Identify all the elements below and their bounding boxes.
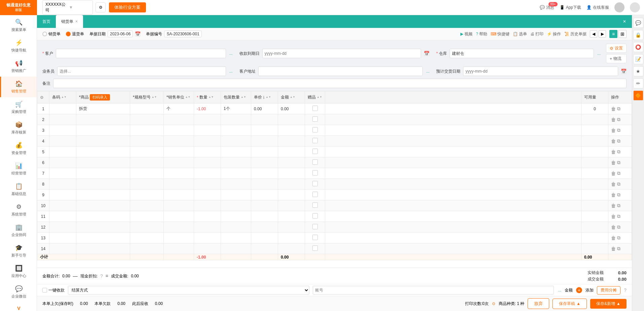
tab-home[interactable]: 首页: [37, 15, 56, 28]
messages-button[interactable]: 💬 消息 99+: [540, 5, 554, 10]
row-product[interactable]: [76, 114, 130, 125]
tab-sales-order[interactable]: 销货单 ×: [56, 15, 83, 28]
barcode-input[interactable]: [52, 182, 73, 187]
row-unit-price[interactable]: [251, 233, 278, 243]
row-gift[interactable]: [305, 157, 325, 168]
row-barcode[interactable]: [49, 125, 76, 136]
sidebar-item-wechat[interactable]: 💬 企业微信: [0, 282, 37, 302]
row-unit-price[interactable]: 0.00: [251, 104, 278, 114]
row-copy-icon[interactable]: ⧉: [617, 138, 620, 144]
shortcut-btn[interactable]: ⌨ 快捷键: [491, 31, 509, 37]
account-dots-icon[interactable]: ...: [558, 288, 561, 293]
gift-checkbox[interactable]: [312, 202, 318, 208]
expense-button[interactable]: 费用分摊: [597, 286, 620, 295]
company-selector[interactable]: XXXXXX公司 ▼: [42, 0, 93, 15]
row-quantity[interactable]: [194, 243, 221, 254]
barcode-input[interactable]: [52, 139, 73, 144]
due-date-input[interactable]: [262, 49, 421, 58]
avatar2[interactable]: [630, 2, 640, 12]
row-product[interactable]: [76, 200, 130, 211]
barcode-input[interactable]: [52, 128, 73, 133]
row-delete-icon[interactable]: 🗑: [611, 128, 616, 133]
row-product[interactable]: [76, 190, 130, 200]
row-gift[interactable]: [305, 104, 325, 114]
row-barcode[interactable]: [49, 211, 76, 222]
row-delete-icon[interactable]: 🗑: [611, 225, 616, 230]
tab-close-icon[interactable]: ×: [75, 19, 78, 24]
rp-edit-icon[interactable]: ✏: [633, 78, 643, 88]
customer-addr-dots-icon[interactable]: ...: [426, 69, 429, 74]
row-copy-icon[interactable]: ⧉: [617, 224, 620, 230]
row-copy-icon[interactable]: ⧉: [617, 149, 620, 155]
sidebar-item-apps[interactable]: 🔲 应用中心: [0, 261, 37, 282]
sidebar-item-guide[interactable]: 🎓 新手引导: [0, 241, 37, 261]
barcode-input[interactable]: [52, 150, 73, 154]
row-barcode[interactable]: [49, 243, 76, 254]
row-gift[interactable]: [305, 179, 325, 190]
page-next-btn[interactable]: ▶: [599, 30, 606, 38]
save-new-button[interactable]: 保存&新增 ▲: [590, 299, 627, 309]
barcode-input[interactable]: [52, 214, 73, 219]
row-delete-icon[interactable]: 🗑: [611, 214, 616, 219]
settings-button[interactable]: ⚙ 设置: [606, 44, 627, 53]
sidebar-item-quick-nav[interactable]: ⚡ 快捷导航: [0, 36, 37, 56]
row-product[interactable]: [76, 211, 130, 222]
row-barcode[interactable]: [49, 233, 76, 243]
row-barcode[interactable]: [49, 104, 76, 114]
row-quantity[interactable]: [194, 179, 221, 190]
gift-checkbox[interactable]: [312, 235, 318, 240]
unit-sort-icon[interactable]: ▲▼: [185, 96, 191, 98]
row-spec[interactable]: [130, 222, 164, 233]
row-copy-icon[interactable]: ⧉: [617, 192, 620, 198]
sidebar-item-sales[interactable]: 🏠 销售管理: [0, 77, 37, 97]
row-barcode[interactable]: [49, 114, 76, 125]
tab-close-window-icon[interactable]: ✕: [620, 17, 629, 26]
rp-star-icon[interactable]: ★: [633, 66, 643, 76]
row-barcode[interactable]: [49, 179, 76, 190]
row-copy-icon[interactable]: ⧉: [617, 181, 620, 187]
row-gift[interactable]: [305, 200, 325, 211]
rp-chat-icon[interactable]: 💬: [633, 18, 643, 28]
barcode-input[interactable]: [52, 203, 73, 208]
row-unit-price[interactable]: [251, 243, 278, 254]
row-gift[interactable]: [305, 243, 325, 254]
barcode-sort-icon[interactable]: ▲▼: [61, 96, 67, 98]
gift-checkbox[interactable]: [312, 213, 318, 219]
row-spec[interactable]: [130, 190, 164, 200]
row-unit-price[interactable]: [251, 211, 278, 222]
sidebar-item-member[interactable]: V 畅会员: [0, 302, 37, 311]
gift-checkbox[interactable]: [312, 224, 318, 229]
row-spec[interactable]: [130, 136, 164, 147]
row-product[interactable]: [76, 157, 130, 168]
row-quantity[interactable]: [194, 114, 221, 125]
expected-date-calendar-icon[interactable]: 📅: [621, 69, 627, 74]
list-view-btn[interactable]: ≡: [609, 30, 617, 38]
row-spec[interactable]: [130, 179, 164, 190]
gift-checkbox[interactable]: [312, 127, 318, 132]
row-gift[interactable]: [305, 190, 325, 200]
barcode-input[interactable]: [52, 107, 73, 111]
row-product[interactable]: [76, 222, 130, 233]
history-btn[interactable]: 📜 历史单据: [564, 31, 586, 37]
row-copy-icon[interactable]: ⧉: [617, 246, 620, 251]
row-product[interactable]: [76, 147, 130, 157]
sidebar-item-operation[interactable]: 📊 经营管理: [0, 159, 37, 179]
barcode-input[interactable]: [52, 225, 73, 230]
row-spec[interactable]: [130, 243, 164, 254]
row-unit-price[interactable]: [251, 125, 278, 136]
expected-date-input[interactable]: [463, 67, 618, 76]
expense-help-icon[interactable]: ?: [624, 287, 627, 293]
sidebar-item-finance[interactable]: 💰 资金管理: [0, 138, 37, 159]
row-gift[interactable]: [305, 136, 325, 147]
add-payment-button[interactable]: +: [576, 287, 582, 293]
radio-return-order[interactable]: 退货单: [66, 31, 84, 37]
sidebar-item-purchase[interactable]: 🛒 采购管理: [0, 97, 37, 118]
account-input[interactable]: [313, 286, 554, 295]
price-sort-icon[interactable]: ▲▼: [266, 96, 271, 98]
row-barcode[interactable]: [49, 136, 76, 147]
row-delete-icon[interactable]: 🗑: [611, 235, 616, 241]
row-spec[interactable]: [130, 147, 164, 157]
amount-sort-icon[interactable]: ▲▼: [290, 96, 295, 98]
warehouse-display[interactable]: 建材仓: [450, 49, 594, 58]
row-delete-icon[interactable]: 🗑: [611, 192, 616, 198]
